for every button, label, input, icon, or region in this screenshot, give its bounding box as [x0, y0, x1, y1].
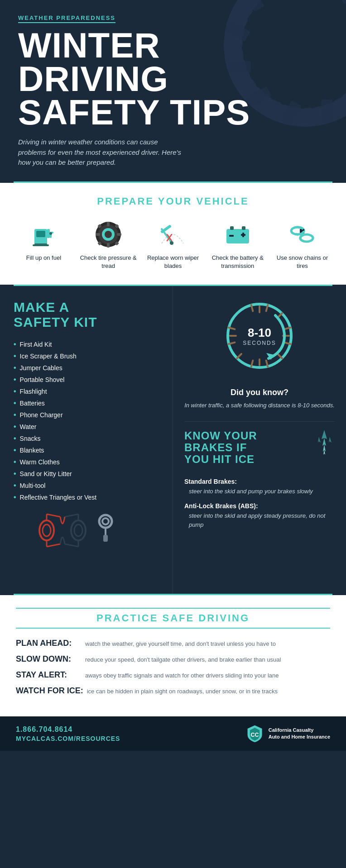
kit-bullet: •	[14, 446, 16, 454]
kit-item-label: First Aid Kit	[20, 341, 52, 348]
header-content: WEATHER PREPAREDNESS WINTER DRIVING SAFE…	[18, 14, 328, 168]
kit-bullet: •	[14, 434, 16, 443]
footer-contact: 1.866.704.8614 MYCALCAS.COM/RESOURCES	[16, 725, 120, 742]
kit-item-label: Flashlight	[20, 388, 47, 395]
kit-item-blankets: • Blankets	[14, 444, 161, 456]
kit-item-multitool: • Multi-tool	[14, 480, 161, 491]
wiper-icon	[157, 220, 189, 249]
tip-ice-label: WATCH FOR ICE:	[16, 686, 83, 696]
svg-point-40	[170, 241, 173, 245]
kit-item-label: Warm Clothes	[20, 458, 60, 466]
kit-bullet: •	[14, 399, 16, 407]
safety-kit-title: MAKE ASAFETY KIT	[14, 300, 161, 329]
vehicle-item-fuel: Fill up on fuel	[14, 220, 73, 262]
svg-marker-92	[329, 437, 332, 443]
kit-list: • First Aid Kit • Ice Scraper & Brush • …	[14, 339, 161, 503]
vehicle-item-tire: Check tire pressure & tread	[79, 220, 138, 270]
svg-rect-44	[229, 235, 234, 237]
kit-item-snacks: • Snacks	[14, 433, 161, 444]
kit-bullet: •	[14, 411, 16, 419]
brake-standard-desc: steer into the skid and pump your brakes…	[184, 487, 335, 496]
vehicle-label-fuel: Fill up on fuel	[26, 254, 61, 262]
brake-abs: Anti-Lock Brakes (ABS): steer into the s…	[184, 502, 335, 529]
kit-bullet: •	[14, 493, 16, 501]
svg-rect-29	[107, 243, 110, 248]
svg-rect-23	[33, 244, 49, 246]
kit-item-label: Reflective Triangles or Vest	[20, 494, 97, 501]
svg-rect-46	[242, 233, 244, 237]
kit-item-label: Portable Shovel	[20, 376, 65, 383]
kit-item-label: Sand or Kitty Litter	[20, 470, 72, 477]
did-you-know: Did you know? In winter traffic, a safe …	[184, 388, 335, 410]
header-section: WEATHER PREPAREDNESS WINTER DRIVING SAFE…	[0, 0, 346, 181]
brake-abs-label: Anti-Lock Brakes (ABS):	[184, 502, 335, 510]
prepare-vehicle-title: PREPARE YOUR VEHICLE	[14, 196, 332, 207]
svg-point-52	[39, 520, 54, 540]
tip-slow-label: SLOW DOWN:	[16, 654, 82, 664]
driving-tip-plan: PLAN AHEAD: watch the weather, give your…	[16, 639, 330, 648]
footer-section: 1.866.704.8614 MYCALCAS.COM/RESOURCES CC…	[0, 716, 346, 751]
vehicle-items-container: Fill up on fuel	[14, 220, 332, 270]
kit-item-jumper: • Jumper Cables	[14, 362, 161, 374]
brakes-title: KNOW YOURBRAKES IFYOU HIT ICE	[184, 430, 257, 466]
kit-item-phone: • Phone Charger	[14, 409, 161, 421]
vehicle-label-battery: Check the battery & transmission	[208, 254, 267, 270]
kit-item-label: Phone Charger	[20, 411, 63, 419]
svg-line-57	[47, 544, 60, 547]
kit-item-label: Multi-tool	[20, 482, 46, 489]
svg-rect-67	[103, 535, 108, 542]
vehicle-label-wiper: Replace worn wiper blades	[144, 254, 202, 270]
title-line2: DRIVING	[18, 62, 328, 95]
svg-text:8-10: 8-10	[248, 326, 271, 339]
svg-point-21	[49, 232, 52, 235]
kit-bullet: •	[14, 470, 16, 478]
kit-bullet: •	[14, 458, 16, 466]
svg-rect-30	[96, 233, 100, 236]
svg-line-62	[65, 514, 78, 517]
svg-marker-91	[318, 437, 321, 443]
did-you-know-text: In winter traffic, a safe following dist…	[184, 401, 335, 410]
brake-standard: Standard Brakes: steer into the skid and…	[184, 478, 335, 496]
did-you-know-title: Did you know?	[184, 388, 335, 397]
svg-marker-87	[322, 430, 327, 439]
footer-logo: CC California CasualtyAuto and Home Insu…	[246, 725, 330, 743]
driving-tip-ice: WATCH FOR ICE: ice can be hidden in plai…	[16, 686, 330, 696]
title-line3: SAFETY TIPS	[18, 95, 328, 129]
driving-tip-alert: STAY ALERT: aways obey traffic signals a…	[16, 670, 330, 680]
footer-phone: 1.866.704.8614	[16, 725, 120, 734]
practice-title: PRACTICE SAFE DRIVING	[16, 608, 330, 629]
prepare-vehicle-section: PREPARE YOUR VEHICLE Fill up on fuel	[0, 183, 346, 285]
svg-rect-17	[36, 231, 45, 237]
kit-bullet: •	[14, 376, 16, 384]
tip-plan-desc: watch the weather, give yourself time, a…	[85, 640, 330, 647]
kit-item-water: • Water	[14, 421, 161, 433]
svg-text:CC: CC	[250, 732, 259, 738]
driving-tip-slow: SLOW DOWN: reduce your speed, don't tail…	[16, 654, 330, 664]
svg-point-53	[43, 525, 51, 536]
brake-standard-label: Standard Brakes:	[184, 478, 335, 485]
svg-point-27	[105, 231, 112, 238]
weather-prep-label: WEATHER PREPAREDNESS	[18, 14, 115, 23]
kit-item-flashlight: • Flashlight	[14, 386, 161, 397]
kit-item-label: Snacks	[20, 435, 41, 442]
svg-point-64	[99, 515, 112, 528]
tip-plan-label: PLAN AHEAD:	[16, 639, 82, 648]
kit-bullet: •	[14, 340, 16, 348]
vehicle-item-wiper: Replace worn wiper blades	[144, 220, 202, 270]
kit-item-firstaid: • First Aid Kit	[14, 339, 161, 350]
chains-icon	[287, 220, 318, 249]
vehicle-item-chains: Use snow chains or tires	[273, 220, 332, 270]
kit-item-label: Ice Scraper & Brush	[20, 353, 77, 360]
vehicle-label-tire: Check tire pressure & tread	[79, 254, 138, 270]
practice-section: PRACTICE SAFE DRIVING PLAN AHEAD: watch …	[0, 595, 346, 716]
svg-line-63	[65, 544, 78, 547]
svg-rect-42	[230, 226, 234, 230]
svg-point-59	[74, 525, 82, 536]
brakes-divider	[184, 421, 335, 422]
kit-bullet: •	[14, 352, 16, 360]
brake-abs-desc: steer into the skid and apply steady pre…	[184, 511, 335, 529]
kit-item-label: Batteries	[20, 400, 45, 407]
kit-bullet: •	[14, 387, 16, 396]
svg-rect-31	[117, 233, 121, 236]
title-line1: WINTER	[18, 29, 328, 62]
